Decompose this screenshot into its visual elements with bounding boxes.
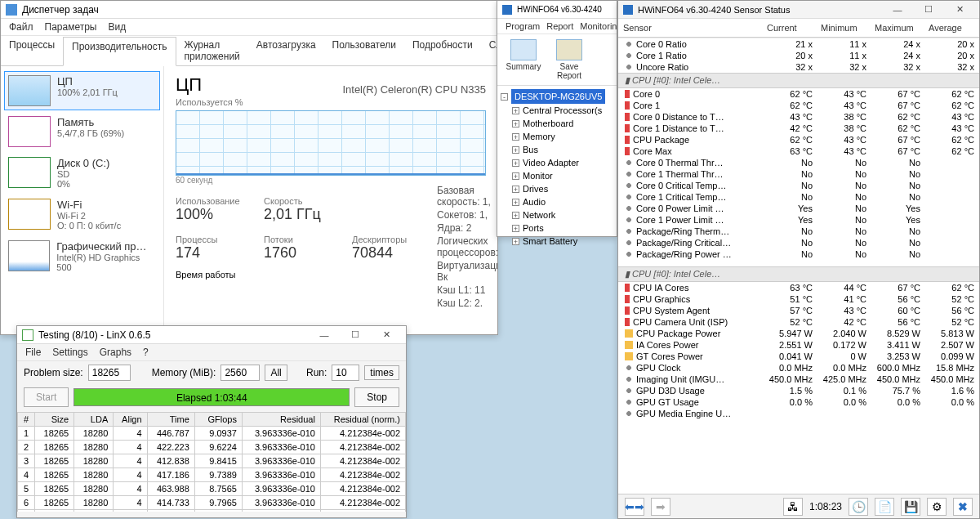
sensor-row[interactable]: GT Cores Power0.041 W0 W3.253 W0.099 W — [618, 351, 979, 362]
sensor-row[interactable]: Core 1 Ratio20 x11 x24 x20 x — [618, 50, 979, 61]
memory-input[interactable] — [220, 365, 260, 381]
table-row[interactable]: 318265182804412.8389.84153.963336e-0104.… — [18, 454, 406, 468]
tab-users[interactable]: Пользователи — [324, 36, 404, 65]
sensor-row[interactable]: Core 062 °C43 °C67 °C62 °C — [618, 88, 979, 100]
sensor-row[interactable]: CPU Graphics51 °C41 °C56 °C52 °C — [618, 293, 979, 305]
tab-processes[interactable]: Процессы — [1, 36, 63, 65]
save-icon[interactable]: 💾 — [901, 498, 920, 516]
sensor-row[interactable]: Uncore Ratio32 x32 x32 x32 x — [618, 61, 979, 73]
tree-node[interactable]: +Central Processor(s — [501, 104, 613, 117]
nav-fwd-icon[interactable]: ➡ — [651, 498, 670, 516]
linx-col[interactable]: Size — [35, 413, 74, 427]
linx-col[interactable]: Time — [147, 413, 194, 427]
linx-menu-help[interactable]: ? — [143, 347, 149, 358]
menu-view[interactable]: Вид — [108, 21, 126, 33]
run-input[interactable] — [332, 365, 359, 381]
sensor-row[interactable]: CPU System Agent57 °C43 °C60 °C56 °C — [618, 305, 979, 316]
table-row[interactable]: 618265182804414.7339.79653.963336e-0104.… — [18, 496, 406, 510]
sensor-row[interactable]: Core 0 Distance to T…43 °C38 °C62 °C43 °… — [618, 111, 979, 123]
side-cpu[interactable]: ЦП 100% 2,01 ГГц — [4, 71, 160, 110]
tab-performance[interactable]: Производительность — [63, 37, 176, 66]
sensor-row[interactable]: CPU Camera Unit (ISP)52 °C42 °C56 °C52 °… — [618, 316, 979, 328]
sensor-row[interactable]: GPU Media Engine U… — [618, 408, 979, 419]
sensor-row[interactable]: Imaging Unit (IMGU…450.0 MHz425.0 MHz450… — [618, 374, 979, 385]
side-wifi[interactable]: Wi-Fi Wi-Fi 2 О: 0 П: 0 кбит/с — [4, 195, 160, 235]
close-button[interactable]: ✕ — [372, 327, 401, 343]
col-avg[interactable]: Average — [925, 20, 979, 36]
sensor-row[interactable]: Core 0 Thermal Thr…NoNoNo — [618, 157, 979, 168]
sensors-body[interactable]: Core 0 Ratio21 x11 x24 x20 xCore 1 Ratio… — [618, 38, 979, 492]
linx-col[interactable]: # — [18, 413, 35, 427]
table-row[interactable]: 218265182804422.2239.62243.963336e-0104.… — [18, 441, 406, 454]
side-gpu[interactable]: Графический пр… Intel(R) HD Graphics 500 — [4, 236, 160, 276]
start-button[interactable]: Start — [24, 387, 69, 407]
sensor-row[interactable]: Core 1 Distance to T…42 °C38 °C62 °C43 °… — [618, 123, 979, 134]
sensor-row[interactable]: CPU Package62 °C43 °C67 °C62 °C — [618, 134, 979, 145]
max-button[interactable]: ☐ — [341, 327, 370, 343]
all-button[interactable]: All — [265, 365, 287, 381]
copy-icon[interactable]: 📄 — [875, 498, 894, 516]
nav-back-icon[interactable]: ⬅➡ — [625, 498, 644, 516]
linx-col[interactable]: Align — [114, 413, 147, 427]
side-memory[interactable]: Память 5,4/7,8 ГБ (69%) — [4, 112, 160, 151]
sensor-row[interactable]: Core 1 Thermal Thr…NoNoNo — [618, 168, 979, 180]
table-row[interactable]: 418265182804417.1869.73893.963336e-0104.… — [18, 468, 406, 482]
side-disk[interactable]: Диск 0 (C:) SD 0% — [4, 153, 160, 193]
linx-menu-file[interactable]: File — [25, 347, 41, 358]
sensor-row[interactable]: Package/Ring Therm…NoNoNo — [618, 226, 979, 237]
tree-node[interactable]: +Monitor — [501, 169, 613, 182]
tree-node[interactable]: +Smart Battery — [501, 235, 613, 248]
tab-apphistory[interactable]: Журнал приложений — [176, 36, 248, 65]
col-current[interactable]: Current — [764, 20, 817, 36]
linx-menu-graphs[interactable]: Graphs — [100, 347, 131, 358]
col-min[interactable]: Minimum — [817, 20, 871, 36]
menu-file[interactable]: Файл — [9, 21, 33, 33]
table-row[interactable]: 118265182804446.7879.09373.963336e-0104.… — [18, 427, 406, 441]
tab-startup[interactable]: Автозагрузка — [248, 36, 324, 65]
linx-col[interactable]: Residual — [242, 413, 320, 427]
tree-node[interactable]: +Memory — [501, 130, 613, 143]
linx-titlebar[interactable]: Testing (8/10) - LinX 0.6.5 — ☐ ✕ — [17, 326, 406, 344]
tree-root[interactable]: DESKTOP-MG26UV5 — [511, 89, 605, 104]
sensor-row[interactable]: Core 0 Ratio21 x11 x24 x20 x — [618, 38, 979, 50]
save-report-button[interactable]: Save Report — [550, 39, 589, 80]
sensor-row[interactable]: Core 1 Critical Temp…NoNoNo — [618, 191, 979, 203]
sensor-row[interactable]: Package/Ring Critical…NoNoNo — [618, 237, 979, 248]
close-icon[interactable]: ✖ — [953, 498, 973, 516]
sensor-group[interactable]: ▮ CPU [#0]: Intel Cele… — [618, 73, 979, 88]
hw-menu-monitoring[interactable]: Monitorin — [580, 21, 617, 31]
linx-col[interactable]: LDA — [74, 413, 114, 427]
sens-max-button[interactable]: ☐ — [914, 2, 943, 18]
sensor-group[interactable]: ▮ CPU [#0]: Intel Cele… — [618, 266, 979, 282]
table-row[interactable]: 718265182804405.10810.02933.963336e-0104… — [18, 510, 406, 512]
min-button[interactable]: — — [310, 327, 339, 343]
table-row[interactable]: 518265182804463.9888.75653.963336e-0104.… — [18, 482, 406, 496]
taskmgr-titlebar[interactable]: Диспетчер задач — [1, 1, 497, 19]
hw-menu-program[interactable]: Program — [506, 21, 540, 31]
linx-col[interactable]: Residual (norm.) — [320, 413, 405, 427]
clock-icon[interactable]: 🕒 — [849, 498, 868, 516]
tree-node[interactable]: +Network — [501, 208, 613, 221]
tab-details[interactable]: Подробности — [404, 36, 481, 65]
sensor-row[interactable]: Core 162 °C43 °C67 °C62 °C — [618, 100, 979, 111]
col-max[interactable]: Maximum — [871, 20, 925, 36]
tree-node[interactable]: +Drives — [501, 182, 613, 195]
sensor-row[interactable]: GPU D3D Usage1.5 %0.1 %75.7 %1.6 % — [618, 385, 979, 396]
sens-min-button[interactable]: — — [883, 2, 912, 18]
network-icon[interactable]: 🖧 — [783, 498, 803, 516]
settings-icon[interactable]: ⚙ — [927, 498, 947, 516]
linx-col[interactable]: GFlops — [194, 413, 242, 427]
tree-node[interactable]: +Motherboard — [501, 117, 613, 130]
sensor-row[interactable]: Core 1 Power Limit …YesNoYes — [618, 214, 979, 226]
sensors-titlebar[interactable]: HWiNFO64 v6.30-4240 Sensor Status — ☐ ✕ — [618, 1, 979, 19]
sensor-row[interactable]: CPU Package Power5.947 W2.040 W8.529 W5.… — [618, 328, 979, 339]
summary-button[interactable]: Summary — [504, 39, 543, 80]
hwinfo-titlebar[interactable]: HWiNFO64 v6.30-4240 — [497, 1, 617, 19]
sensor-row[interactable]: IA Cores Power2.551 W0.172 W3.411 W2.507… — [618, 339, 979, 351]
sens-close-button[interactable]: ✕ — [945, 2, 974, 18]
tree-node[interactable]: +Video Adapter — [501, 156, 613, 169]
linx-menu-settings[interactable]: Settings — [52, 347, 87, 358]
tree-node[interactable]: +Ports — [501, 221, 613, 235]
sensor-row[interactable]: GPU Clock0.0 MHz0.0 MHz600.0 MHz15.8 MHz — [618, 362, 979, 374]
sensor-row[interactable]: Core 0 Critical Temp…NoNoNo — [618, 180, 979, 191]
